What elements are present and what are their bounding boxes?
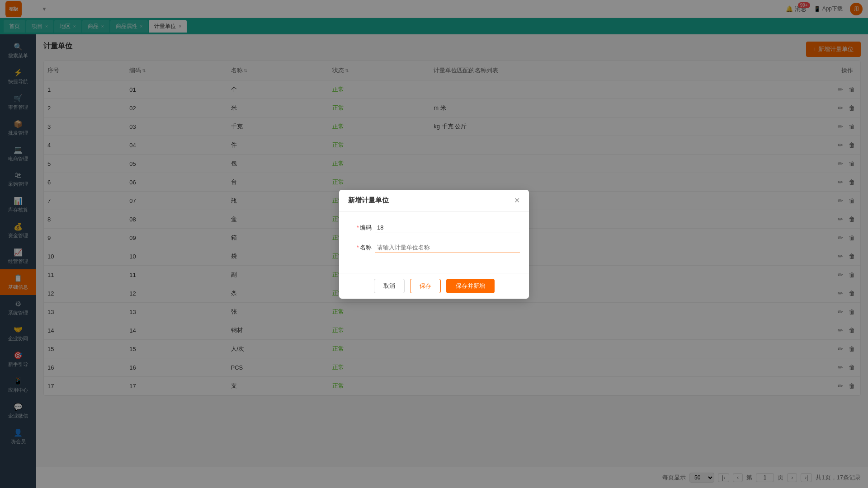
cancel-button[interactable]: 取消 — [374, 279, 405, 293]
modal-overlay: 新增计量单位 ✕ 编码 名称 取消 保存 保存并新增 — [0, 0, 868, 488]
code-label: 编码 — [348, 224, 375, 232]
modal-body: 编码 名称 — [339, 211, 529, 273]
add-unit-modal: 新增计量单位 ✕ 编码 名称 取消 保存 保存并新增 — [339, 190, 529, 299]
name-field-row: 名称 — [348, 242, 520, 253]
modal-header: 新增计量单位 ✕ — [339, 190, 529, 211]
name-label: 名称 — [348, 244, 375, 252]
modal-footer: 取消 保存 保存并新增 — [339, 273, 529, 299]
code-field-row: 编码 — [348, 222, 520, 233]
modal-close-button[interactable]: ✕ — [514, 196, 520, 205]
modal-title: 新增计量单位 — [348, 196, 389, 205]
name-input[interactable] — [375, 242, 520, 253]
save-button[interactable]: 保存 — [410, 279, 441, 293]
code-input[interactable] — [375, 222, 520, 233]
save-and-new-button[interactable]: 保存并新增 — [446, 279, 495, 293]
